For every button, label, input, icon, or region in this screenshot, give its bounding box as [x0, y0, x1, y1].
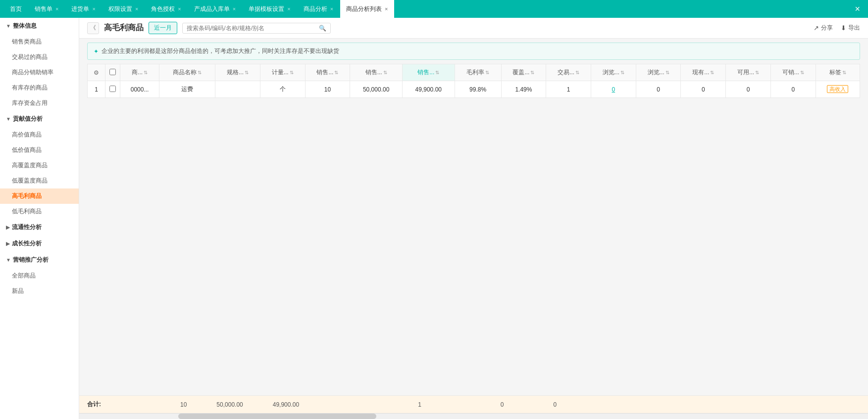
sidebar-item-distribution-rate[interactable]: 商品分销助销率 — [0, 65, 79, 80]
sidebar-group-growth-label: 成长性分析 — [12, 239, 42, 248]
sidebar-item-traded-goods[interactable]: 交易过的商品 — [0, 49, 79, 65]
nav-product-analysis-list[interactable]: 商品分析列表 × — [340, 0, 394, 18]
nav-product-analysis-list-close[interactable]: × — [385, 6, 388, 12]
collapse-sidebar-button[interactable]: 《 — [87, 22, 99, 34]
nav-home[interactable]: 首页 — [4, 0, 28, 18]
filter-recent-month-button[interactable]: 近一月 — [149, 22, 177, 34]
sort-current-stock-icon[interactable]: ⇅ — [710, 70, 714, 75]
col-sellable[interactable]: 可销...⇅ — [770, 64, 816, 81]
sidebar-item-all-goods[interactable]: 全部商品 — [0, 268, 79, 283]
col-unit[interactable]: 计量...⇅ — [260, 64, 305, 81]
sort-unit-icon[interactable]: ⇅ — [290, 70, 294, 75]
cell-tag: 高收入 — [816, 81, 860, 98]
col-name[interactable]: 商品名称⇅ — [159, 64, 215, 81]
export-button[interactable]: ⬇ 导出 — [841, 24, 860, 32]
col-sales-amount[interactable]: 销售...⇅ — [350, 64, 403, 81]
nav-product-analysis-close[interactable]: × — [330, 6, 333, 12]
scrollbar-thumb[interactable] — [178, 414, 376, 419]
footer-current-stock: 0 — [501, 401, 504, 408]
nav-template-close[interactable]: × — [287, 6, 290, 12]
nav-role[interactable]: 角色授权 × — [145, 0, 187, 18]
col-settings[interactable]: ⚙ — [88, 64, 105, 81]
sidebar-group-liquidity[interactable]: ▶ 流通性分析 — [0, 219, 79, 235]
search-icon[interactable]: 🔍 — [319, 25, 326, 32]
sidebar-group-contribution[interactable]: ▼ 贡献值分析 — [0, 111, 79, 127]
col-spec[interactable]: 规格...⇅ — [215, 64, 260, 81]
sort-gross-margin-icon[interactable]: ⇅ — [485, 70, 489, 75]
sidebar-item-low-value[interactable]: 低价值商品 — [0, 142, 79, 158]
table-container: ⚙ 商...⇅ 商品名称⇅ 规格...⇅ — [79, 64, 868, 395]
nav-permission[interactable]: 权限设置 × — [102, 0, 144, 18]
sidebar-group-growth[interactable]: ▶ 成长性分析 — [0, 235, 79, 252]
sidebar-item-sales-goods[interactable]: 销售类商品 — [0, 34, 79, 49]
sidebar-item-low-coverage[interactable]: 低覆盖度商品 — [0, 173, 79, 188]
col-sales-qty[interactable]: 销售...⇅ — [305, 64, 350, 81]
sort-sellable-icon[interactable]: ⇅ — [800, 70, 804, 75]
expand-arrow-growth: ▶ — [6, 241, 10, 246]
sidebar-item-high-margin[interactable]: 高毛利商品 — [0, 188, 79, 204]
col-available[interactable]: 可用...⇅ — [726, 64, 771, 81]
nav-product-analysis-list-label: 商品分析列表 — [346, 5, 382, 13]
sidebar-item-high-value[interactable]: 高价值商品 — [0, 127, 79, 142]
col-current-stock[interactable]: 现有...⇅ — [681, 64, 726, 81]
sidebar-item-low-margin[interactable]: 低毛利商品 — [0, 204, 79, 219]
nav-permission-close[interactable]: × — [135, 6, 138, 12]
col-browse2[interactable]: 浏览...⇅ — [636, 64, 681, 81]
cell-sales-qty: 10 — [305, 81, 350, 98]
sidebar-item-stock-capital[interactable]: 库存资金占用 — [0, 95, 79, 111]
sidebar-group-overall[interactable]: ▼ 整体信息 — [0, 18, 79, 34]
nav-product-warehouse-close[interactable]: × — [233, 6, 236, 12]
col-gross-margin[interactable]: 毛利率⇅ — [455, 64, 501, 81]
sort-sales-qty-icon[interactable]: ⇅ — [334, 70, 338, 75]
nav-purchase[interactable]: 进货单 × — [65, 0, 101, 18]
nav-sales[interactable]: 销售单 × — [29, 0, 64, 18]
cell-checkbox[interactable] — [105, 81, 120, 98]
cell-browse1[interactable]: 0 — [591, 81, 636, 98]
header-actions: ↗ 分享 ⬇ 导出 — [814, 24, 860, 32]
sort-browse2-icon[interactable]: ⇅ — [665, 70, 669, 75]
sidebar-item-in-stock[interactable]: 有库存的商品 — [0, 80, 79, 95]
nav-sales-close[interactable]: × — [55, 6, 58, 12]
select-all-checkbox[interactable] — [109, 69, 116, 75]
col-transaction[interactable]: 交易...⇅ — [546, 64, 591, 81]
nav-purchase-label: 进货单 — [71, 5, 89, 13]
row-checkbox[interactable] — [109, 86, 116, 92]
sort-code-icon[interactable]: ⇅ — [144, 70, 148, 75]
footer-available: 0 — [554, 401, 557, 408]
sidebar-item-high-coverage[interactable]: 高覆盖度商品 — [0, 158, 79, 173]
sidebar-group-marketing-label: 营销推广分析 — [13, 256, 49, 264]
content-header: 《 高毛利商品 近一月 🔍 ↗ 分享 ⬇ 导出 — [79, 18, 868, 39]
sort-available-icon[interactable]: ⇅ — [755, 70, 759, 75]
nav-close-all[interactable]: × — [851, 4, 864, 14]
export-icon: ⬇ — [841, 24, 846, 32]
cell-sales-amount: 50,000.00 — [350, 81, 403, 98]
sort-tag-icon[interactable]: ⇅ — [842, 70, 846, 75]
nav-purchase-close[interactable]: × — [92, 6, 95, 12]
sort-name-icon[interactable]: ⇅ — [198, 70, 202, 75]
sort-sales-cost-icon[interactable]: ⇅ — [435, 70, 439, 75]
sort-sales-amount-icon[interactable]: ⇅ — [383, 70, 387, 75]
bottom-scrollbar[interactable] — [79, 413, 868, 419]
page-title: 高毛利商品 — [104, 23, 144, 33]
share-button[interactable]: ↗ 分享 — [814, 24, 833, 32]
nav-product-analysis[interactable]: 商品分析 × — [298, 0, 339, 18]
col-browse1[interactable]: 浏览...⇅ — [591, 64, 636, 81]
sort-browse1-icon[interactable]: ⇅ — [620, 70, 624, 75]
sort-coverage-icon[interactable]: ⇅ — [530, 70, 534, 75]
col-checkbox[interactable] — [105, 64, 120, 81]
col-code[interactable]: 商...⇅ — [120, 64, 159, 81]
sidebar-group-marketing[interactable]: ▼ 营销推广分析 — [0, 252, 79, 268]
nav-template[interactable]: 单据模板设置 × — [243, 0, 296, 18]
sidebar-item-new-goods[interactable]: 新品 — [0, 283, 79, 299]
col-coverage[interactable]: 覆盖...⇅ — [501, 64, 546, 81]
nav-product-warehouse[interactable]: 产成品入库单 × — [188, 0, 242, 18]
footer-sales-cost: 49,900.00 — [273, 401, 299, 408]
nav-role-label: 角色授权 — [151, 5, 175, 13]
search-input[interactable] — [187, 25, 316, 32]
col-tag[interactable]: 标签⇅ — [816, 64, 860, 81]
sort-transaction-icon[interactable]: ⇅ — [575, 70, 579, 75]
sort-spec-icon[interactable]: ⇅ — [245, 70, 249, 75]
nav-role-close[interactable]: × — [178, 6, 181, 12]
settings-icon[interactable]: ⚙ — [94, 69, 99, 76]
col-sales-cost[interactable]: 销售...⇅ — [402, 64, 455, 81]
